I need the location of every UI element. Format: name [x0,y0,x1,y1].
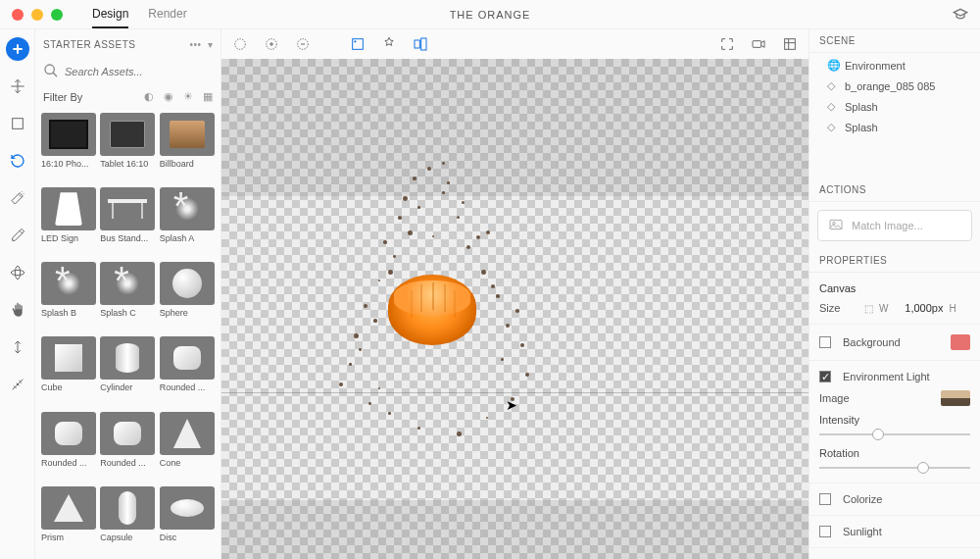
frame-tool[interactable] [6,112,29,135]
asset-item[interactable]: Sphere [160,262,215,330]
background-color-swatch[interactable] [951,334,970,350]
height-input[interactable] [962,302,980,314]
maximize-window[interactable] [51,9,63,21]
link-dimensions-icon[interactable]: ⬚ [864,303,873,314]
measure-tool[interactable] [6,373,29,396]
close-window[interactable] [12,9,24,21]
render-settings-icon[interactable] [781,35,799,53]
width-label: W [879,303,888,314]
background-checkbox[interactable] [819,336,831,348]
sunlight-label: Sunlight [843,526,882,537]
rotation-slider[interactable] [819,467,970,469]
asset-item[interactable]: Cube [41,336,96,405]
filter-lights-icon[interactable]: ☀ [183,90,193,103]
fullscreen-icon[interactable] [718,35,736,53]
hdri-thumbnail[interactable] [941,390,970,406]
image-label: Image [819,392,850,404]
svg-point-2 [15,266,20,279]
right-panels: SCENE 🌐Environment◇b_orange_085 085◇Spla… [808,29,980,559]
learn-icon[interactable] [953,6,968,24]
cube-icon: ◇ [827,121,839,133]
asset-item[interactable]: Rounded ... [100,412,155,481]
height-label: H [949,303,956,314]
asset-item[interactable]: Prism [41,486,96,555]
match-image-icon [828,217,844,234]
snap-icon[interactable] [349,35,367,53]
scene-item[interactable]: 🌐Environment [809,55,980,76]
filter-models-icon[interactable]: ◐ [144,90,154,103]
properties-panel-header: PROPERTIES [819,255,887,266]
asset-item[interactable]: Splash B [41,262,96,330]
canvas-area: ➤ [221,29,808,559]
add-selection-icon[interactable] [263,35,280,53]
asset-item[interactable]: Rounded ... [41,412,96,481]
match-image-button[interactable]: Match Image... [817,210,972,241]
sunlight-checkbox[interactable] [819,526,831,537]
undo-button[interactable] [6,149,29,173]
env-light-label: Environment Light [843,371,930,382]
rotation-label: Rotation [819,447,859,459]
asset-item[interactable]: Billboard [160,113,215,181]
asset-item[interactable]: Splash A [160,187,215,256]
select-mode-icon[interactable] [231,35,249,53]
wand-tool[interactable] [6,186,29,210]
tab-design[interactable]: Design [92,1,128,28]
cursor-icon: ➤ [506,397,517,413]
scene-list: 🌐Environment◇b_orange_085 085◇Splash◇Spl… [809,53,980,139]
tool-strip [0,29,35,559]
env-light-checkbox[interactable]: ✓ [819,371,831,382]
asset-item[interactable]: Capsule [100,486,155,555]
asset-item[interactable]: Cone [160,412,215,481]
camera-icon[interactable] [750,35,767,53]
tab-render[interactable]: Render [148,1,186,28]
viewport[interactable]: ➤ [221,59,808,559]
asset-item[interactable]: 16:10 Pho... [41,113,96,181]
window-controls [0,9,63,21]
svg-point-8 [355,41,356,42]
dolly-tool[interactable] [6,335,29,359]
intensity-slider[interactable] [819,433,970,435]
cube-icon: ◇ [827,79,839,92]
svg-rect-10 [421,38,426,50]
assets-menu-icon[interactable]: ••• [189,39,201,50]
canvas-toolbar [221,29,808,59]
width-input[interactable] [894,302,943,314]
asset-item[interactable]: LED Sign [41,187,96,256]
orange-object[interactable] [388,275,476,363]
hand-tool[interactable] [6,298,29,322]
asset-item[interactable]: Rounded ... [160,336,215,405]
add-button[interactable] [6,37,29,61]
align-icon[interactable] [412,35,429,53]
snap-settings-icon[interactable] [380,35,398,53]
asset-item[interactable]: Disc [160,486,215,555]
eyedropper-tool[interactable] [6,224,29,247]
filter-images-icon[interactable]: ▦ [203,90,213,103]
scene-item[interactable]: ◇b_orange_085 085 [809,76,980,96]
document-title: THE ORANGE [450,9,531,21]
search-input[interactable] [65,66,213,77]
search-icon [43,63,59,80]
title-bar: Design Render THE ORANGE [0,0,980,29]
minimize-window[interactable] [31,9,43,21]
subtract-selection-icon[interactable] [294,35,312,53]
svg-point-3 [45,65,54,74]
colorize-label: Colorize [843,493,882,505]
assets-collapse-icon[interactable]: ▾ [208,39,214,50]
asset-item[interactable]: Splash C [100,262,155,330]
scene-item[interactable]: ◇Splash [809,96,980,117]
svg-rect-9 [415,40,419,48]
cube-icon: ◇ [827,100,839,113]
svg-point-4 [235,39,246,50]
globe-icon: 🌐 [827,59,839,72]
asset-item[interactable]: Tablet 16:10 [100,113,155,181]
scene-item[interactable]: ◇Splash [809,117,980,137]
asset-item[interactable]: Cylinder [100,336,155,405]
actions-panel-header: ACTIONS [819,184,866,195]
asset-item[interactable]: Bus Stand... [100,187,155,256]
colorize-checkbox[interactable] [819,493,831,505]
assets-panel: STARTER ASSETS ••• ▾ Filter By ◐ ◉ ☀ ▦ 1… [35,29,221,559]
size-label: Size [819,302,858,314]
orbit-tool[interactable] [6,261,29,284]
move-tool[interactable] [6,75,29,98]
filter-materials-icon[interactable]: ◉ [164,90,173,103]
